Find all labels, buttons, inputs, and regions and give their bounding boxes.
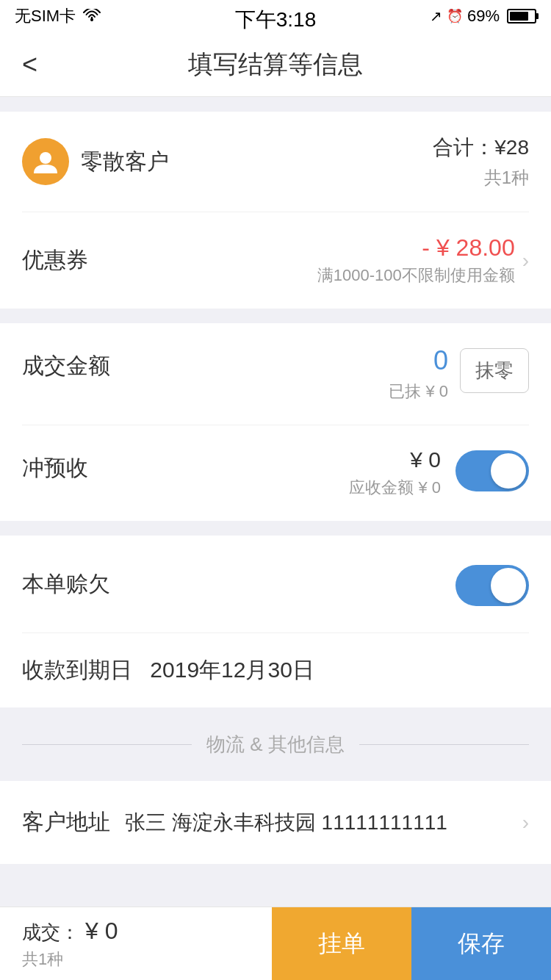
section-divider-4 [0, 707, 551, 715]
location-icon: ↗ [430, 7, 442, 25]
carrier-text: 无SIM卡 [15, 5, 76, 27]
prepaid-right: ¥ 0 应收金额 ¥ 0 [349, 447, 529, 499]
prepaid-label: 冲预收 [22, 447, 88, 483]
customer-total: 合计：¥28 [433, 134, 529, 162]
bottom-deal: 成交： ¥ 0 [22, 918, 250, 945]
customer-right: 合计：¥28 共1种 [433, 134, 529, 190]
bottom-info: 成交： ¥ 0 共1种 [0, 907, 272, 980]
section-divider-2 [0, 309, 551, 323]
due-date-row[interactable]: 收款到期日 2019年12月30日 [22, 633, 529, 707]
customer-count: 共1种 [433, 166, 529, 190]
alarm-icon: ⏰ [447, 8, 463, 24]
address-row[interactable]: 客户地址 张三 海淀永丰科技园 11111111111 › [22, 781, 529, 864]
amount-row: 成交金额 0 已抹 ¥ 0 抹零 [22, 323, 529, 425]
section-divider-3 [0, 521, 551, 536]
customer-section: 零散客户 合计：¥28 共1种 优惠券 - ¥ 28.00 满1000-100不… [0, 112, 551, 309]
amount-right: 0 已抹 ¥ 0 抹零 [389, 345, 529, 403]
coupon-chevron-icon: › [522, 249, 529, 273]
coupon-info: - ¥ 28.00 满1000-100不限制使用金额 [317, 234, 515, 287]
amount-section: 成交金额 0 已抹 ¥ 0 抹零 冲预收 ¥ 0 应收金额 ¥ 0 [0, 323, 551, 521]
address-chevron-icon: › [522, 811, 529, 835]
prepaid-row: 冲预收 ¥ 0 应收金额 ¥ 0 [22, 425, 529, 521]
coupon-right: - ¥ 28.00 满1000-100不限制使用金额 › [317, 234, 529, 287]
prepaid-toggle[interactable] [455, 450, 529, 491]
customer-avatar [22, 138, 69, 185]
status-time: 下午3:18 [235, 6, 317, 34]
coupon-desc: 满1000-100不限制使用金额 [317, 264, 515, 287]
amount-value-block: 0 已抹 ¥ 0 [389, 345, 448, 403]
address-value: 张三 海淀永丰科技园 11111111111 [125, 809, 522, 837]
debit-toggle-knob [491, 568, 526, 603]
customer-left: 零散客户 [22, 138, 169, 185]
user-icon [32, 148, 59, 175]
section-divider-1 [0, 97, 551, 112]
customer-name: 零散客户 [81, 147, 169, 177]
address-section: 客户地址 张三 海淀永丰科技园 11111111111 › [0, 781, 551, 864]
prepaid-value-block: ¥ 0 应收金额 ¥ 0 [349, 447, 441, 499]
battery-text: 69% [467, 7, 500, 26]
wifi-icon [82, 9, 102, 24]
svg-point-1 [40, 152, 51, 164]
bottom-count: 共1种 [22, 948, 250, 970]
prepaid-sub: 应收金额 ¥ 0 [349, 477, 441, 499]
nav-bar: < 填写结算等信息 [0, 32, 551, 97]
page-title: 填写结算等信息 [188, 48, 363, 82]
battery-icon [507, 9, 536, 24]
back-button[interactable]: < [22, 49, 37, 80]
logistics-label: 物流 & 其他信息 [192, 732, 359, 757]
customer-row: 零散客户 合计：¥28 共1种 [22, 112, 529, 212]
status-bar: 无SIM卡 下午3:18 ↗ ⏰ 69% [0, 0, 551, 32]
coupon-label: 优惠券 [22, 245, 88, 275]
debit-label: 本单赊欠 [22, 569, 110, 599]
logistics-section: 物流 & 其他信息 [0, 715, 551, 774]
due-date-label: 收款到期日 2019年12月30日 [22, 657, 314, 682]
coupon-amount: - ¥ 28.00 [317, 234, 515, 262]
bottom-bar: 成交： ¥ 0 共1种 挂单 保存 [0, 907, 551, 980]
hold-button[interactable]: 挂单 [272, 907, 411, 980]
coupon-row[interactable]: 优惠券 - ¥ 28.00 满1000-100不限制使用金额 › [22, 212, 529, 309]
status-right: ↗ ⏰ 69% [430, 7, 536, 26]
save-button-label: 保存 [458, 928, 505, 960]
due-date-value: 2019年12月30日 [150, 657, 314, 682]
hold-button-label: 挂单 [318, 928, 365, 960]
address-label: 客户地址 [22, 807, 110, 837]
status-left: 无SIM卡 [15, 5, 102, 27]
round-button[interactable]: 抹零 [460, 348, 529, 393]
amount-label: 成交金额 [22, 345, 110, 381]
debit-section: 本单赊欠 收款到期日 2019年12月30日 [0, 536, 551, 707]
amount-sub: 已抹 ¥ 0 [389, 381, 448, 403]
section-divider-5 [0, 774, 551, 781]
toggle-knob [491, 453, 526, 489]
svg-point-0 [90, 18, 93, 21]
amount-value: 0 [389, 345, 448, 376]
save-button[interactable]: 保存 [411, 907, 551, 980]
bottom-deal-label: 成交： [22, 920, 79, 945]
debit-toggle[interactable] [455, 565, 529, 606]
prepaid-value: ¥ 0 [349, 447, 441, 472]
debit-row: 本单赊欠 [22, 536, 529, 633]
bottom-deal-amount: ¥ 0 [85, 918, 118, 945]
